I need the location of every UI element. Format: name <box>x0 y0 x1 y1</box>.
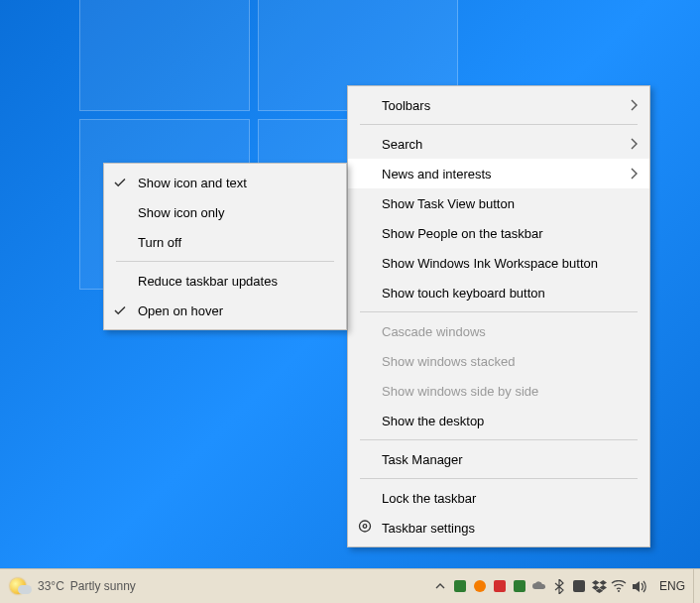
submenu-turn-off[interactable]: Turn off <box>104 227 346 257</box>
submenu-reduce-updates[interactable]: Reduce taskbar updates <box>104 266 346 296</box>
svg-rect-4 <box>494 580 506 592</box>
tray-app-icon[interactable] <box>512 578 528 595</box>
menu-toolbars[interactable]: Toolbars <box>348 90 649 120</box>
tray-bluetooth-icon[interactable] <box>551 578 568 595</box>
separator <box>360 439 638 440</box>
separator <box>360 478 638 479</box>
system-tray <box>432 578 647 595</box>
tray-app-icon[interactable] <box>452 578 469 595</box>
menu-label: Task Manager <box>382 452 463 467</box>
menu-label: Search <box>382 137 422 152</box>
menu-label: Show Windows Ink Workspace button <box>382 256 598 271</box>
menu-show-desktop[interactable]: Show the desktop <box>348 406 649 435</box>
menu-label: Show Task View button <box>382 196 515 211</box>
menu-label: Toolbars <box>382 98 430 113</box>
show-desktop-button[interactable] <box>693 569 700 603</box>
chevron-right-icon <box>630 138 638 150</box>
svg-point-3 <box>474 580 486 592</box>
svg-point-1 <box>363 525 367 529</box>
chevron-right-icon <box>630 99 638 111</box>
tray-volume-icon[interactable] <box>631 578 647 595</box>
menu-show-people[interactable]: Show People on the taskbar <box>348 218 649 248</box>
menu-task-manager[interactable]: Task Manager <box>348 444 649 474</box>
menu-label: Show windows stacked <box>382 354 515 369</box>
menu-label: Show touch keyboard button <box>382 286 545 301</box>
gear-icon <box>358 520 372 537</box>
menu-label: Turn off <box>138 235 181 250</box>
menu-label: Taskbar settings <box>382 521 475 536</box>
menu-show-stacked: Show windows stacked <box>348 346 649 376</box>
svg-rect-5 <box>514 580 525 592</box>
submenu-show-icon-only[interactable]: Show icon only <box>104 197 346 227</box>
chevron-right-icon <box>630 168 638 180</box>
menu-news-and-interests[interactable]: News and interests <box>348 159 649 188</box>
menu-cascade-windows: Cascade windows <box>348 316 649 346</box>
tray-dropbox-icon[interactable] <box>591 578 608 595</box>
menu-taskbar-settings[interactable]: Taskbar settings <box>348 513 649 543</box>
check-icon <box>114 304 126 316</box>
news-and-interests-submenu: Show icon and text Show icon only Turn o… <box>103 163 347 330</box>
svg-rect-6 <box>573 580 585 592</box>
submenu-open-on-hover[interactable]: Open on hover <box>104 296 346 325</box>
menu-label: Show the desktop <box>382 414 484 428</box>
separator <box>116 261 334 262</box>
svg-point-0 <box>360 521 371 532</box>
submenu-show-icon-and-text[interactable]: Show icon and text <box>104 168 346 197</box>
language-indicator[interactable]: ENG <box>659 579 685 593</box>
taskbar-context-menu: Toolbars Search News and interests Show … <box>347 85 650 547</box>
menu-show-touch-keyboard[interactable]: Show touch keyboard button <box>348 278 649 307</box>
separator <box>360 311 638 312</box>
menu-lock-taskbar[interactable]: Lock the taskbar <box>348 483 649 513</box>
menu-label: Show icon and text <box>138 176 247 190</box>
tray-onedrive-icon[interactable] <box>531 578 548 595</box>
menu-search[interactable]: Search <box>348 129 649 159</box>
menu-label: Reduce taskbar updates <box>138 274 278 289</box>
menu-show-side-by-side: Show windows side by side <box>348 376 649 406</box>
menu-label: Show windows side by side <box>382 384 538 399</box>
menu-label: Lock the taskbar <box>382 491 476 506</box>
separator <box>360 124 638 125</box>
cloud-icon <box>18 585 32 594</box>
weather-widget[interactable]: 33°C Partly sunny <box>10 578 136 594</box>
temperature: 33°C <box>38 579 64 593</box>
tray-chevron-up-icon[interactable] <box>432 578 449 595</box>
svg-point-7 <box>618 590 620 592</box>
svg-rect-2 <box>454 580 466 592</box>
tray-app-icon[interactable] <box>492 578 509 595</box>
menu-label: Show icon only <box>138 205 224 220</box>
weather-text: Partly sunny <box>70 579 136 593</box>
menu-show-ink-workspace[interactable]: Show Windows Ink Workspace button <box>348 248 649 278</box>
menu-show-task-view[interactable]: Show Task View button <box>348 188 649 218</box>
tray-wifi-icon[interactable] <box>611 578 628 595</box>
menu-label: Open on hover <box>138 303 223 318</box>
check-icon <box>114 177 126 188</box>
tray-app-icon[interactable] <box>571 578 588 595</box>
menu-label: News and interests <box>382 167 492 181</box>
menu-label: Show People on the taskbar <box>382 226 543 241</box>
menu-label: Cascade windows <box>382 324 486 339</box>
tray-app-icon[interactable] <box>472 578 489 595</box>
taskbar[interactable]: 33°C Partly sunny ENG <box>0 568 700 603</box>
